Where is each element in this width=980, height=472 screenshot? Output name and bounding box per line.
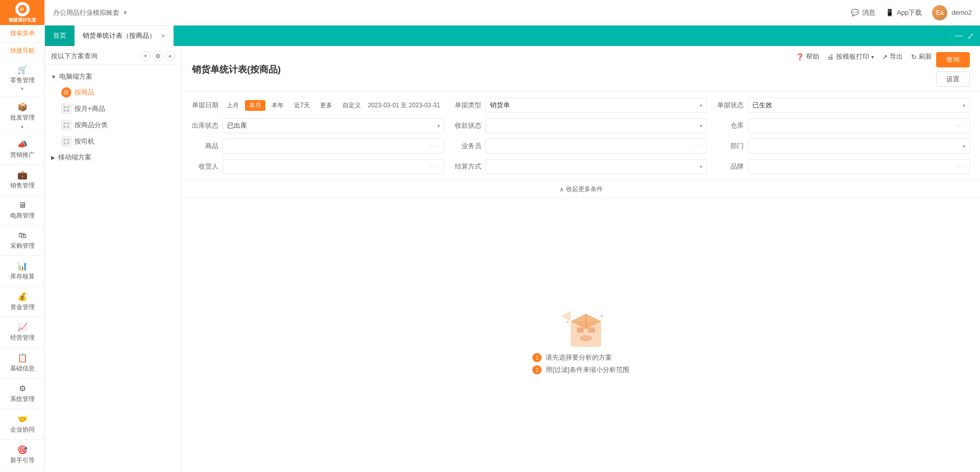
svg-rect-18 — [577, 327, 584, 333]
tab-home[interactable]: 首页 — [45, 26, 75, 46]
message-btn[interactable]: 💬 消息 — [851, 8, 875, 17]
doc-status-arrow: ▾ — [963, 103, 965, 108]
scheme-by-category-icon — [61, 120, 71, 130]
sidebar-item-wholesale[interactable]: 📦 批发管理 ▲ — [0, 97, 44, 134]
svg-rect-3 — [67, 106, 69, 108]
receiver-dots: ··· — [430, 162, 439, 171]
sales-icon: 💼 — [17, 170, 28, 180]
sidebar-item-sales[interactable]: 💼 销售管理 — [0, 165, 44, 196]
sidebar-item-guide[interactable]: 🎯 新手引导 — [0, 440, 44, 470]
sidebar-item-finance[interactable]: 💰 资金管理 — [0, 287, 44, 317]
app-download-btn[interactable]: 📱 App下载 — [886, 8, 922, 17]
settings-button[interactable]: 设置 — [936, 72, 970, 87]
goods-control[interactable]: ··· — [223, 138, 445, 154]
refresh-action[interactable]: ↻ 刷新 — [911, 52, 932, 61]
doc-type-control[interactable]: 销货单 ▾ — [485, 98, 707, 113]
date-tab-7days[interactable]: 近7天 — [290, 100, 314, 111]
tree-mobile-parent[interactable]: ▶ 移动端方案 — [45, 150, 181, 165]
sidebar-item-retail[interactable]: 🛒 零售管理 ▼ — [0, 60, 44, 97]
goods-dots: ··· — [430, 141, 439, 151]
date-tab-more[interactable]: 更多 — [316, 100, 336, 111]
sidebar-item-operations[interactable]: 📈 经营管理 — [0, 317, 44, 348]
print-action[interactable]: 🖨 按模板打印 ▾ — [827, 52, 874, 61]
scheme-by-month-product[interactable]: 按月+商品 — [45, 101, 181, 117]
sidebar-item-corp[interactable]: 🤝 企业协同 — [0, 409, 44, 440]
date-tab-this-month[interactable]: 本月 — [245, 100, 265, 111]
svg-text:好: 好 — [19, 7, 24, 12]
sidebar-item-system[interactable]: ⚙ 系统管理 — [0, 379, 44, 409]
payment-control[interactable]: ▾ — [485, 118, 707, 133]
scheme-by-cashier[interactable]: 按司机 — [45, 133, 181, 150]
scheme-by-category-label: 按商品分类 — [75, 121, 108, 130]
tree-arrow-mobile: ▶ — [51, 155, 55, 160]
sidebar-item-retail-label: 零售管理 — [10, 76, 35, 85]
help-action[interactable]: ❓ 帮助 — [796, 52, 819, 61]
page-title-bar: 销货单统计表(按商品) ❓ 帮助 🖨 按模板打印 ▾ ↗ — [182, 46, 980, 91]
quick-nav[interactable]: 快捷导航 — [0, 42, 44, 60]
settlement-control[interactable]: ▾ — [485, 159, 707, 174]
salesperson-control[interactable]: ··· — [485, 138, 707, 154]
sidebar-item-marketing[interactable]: 📣 营销推广 — [0, 134, 44, 165]
dept-control[interactable]: ▾ — [748, 138, 970, 154]
app-name: 畅捷通好生意 — [9, 17, 36, 23]
sidebar: 好 畅捷通好生意 搜索菜单 快捷导航 🛒 零售管理 ▼ 📦 批发管理 ▲ 📣 营… — [0, 0, 45, 472]
doc-status-value: 已生效 — [752, 101, 772, 110]
tree-desktop-parent[interactable]: ▼ 电脑端方案 — [45, 69, 181, 84]
filter-field-settlement: 结算方式 ▾ — [455, 159, 707, 174]
right-panel: 销货单统计表(按商品) ❓ 帮助 🖨 按模板打印 ▾ ↗ — [182, 46, 980, 472]
date-tab-custom[interactable]: 自定义 — [338, 100, 365, 111]
sidebar-item-basic[interactable]: 📋 基础信息 — [0, 348, 44, 379]
operations-icon: 📈 — [17, 322, 28, 332]
scheme-by-category[interactable]: 按商品分类 — [45, 117, 181, 133]
settings-scheme-btn[interactable]: ⚙ — [153, 51, 163, 61]
outstock-control[interactable]: 已出库 ▾ — [223, 118, 445, 133]
payment-arrow: ▾ — [700, 123, 702, 129]
export-action[interactable]: ↗ 导出 — [882, 52, 903, 61]
svg-rect-8 — [63, 126, 66, 128]
date-range-value: 2023-03-01 至 2023-03-31 — [368, 101, 440, 110]
scheme-by-product-label: 按商品 — [75, 88, 94, 97]
warehouse-control[interactable]: ··· — [748, 118, 970, 133]
filter-field-doc-status: 单据状态 已生效 ▾ — [717, 98, 970, 113]
sidebar-item-corp-label: 企业协同 — [10, 426, 35, 434]
salesperson-label: 业务员 — [455, 141, 485, 151]
workspace-dropdown-icon[interactable]: ▾ — [124, 9, 127, 16]
doc-type-label: 单据类型 — [455, 101, 485, 110]
brand-control[interactable]: ··· — [748, 159, 970, 174]
query-button[interactable]: 查询 — [936, 52, 970, 67]
collapse-panel-btn[interactable]: « — [165, 51, 175, 61]
add-scheme-btn[interactable]: + — [140, 51, 151, 61]
tab-minimize-icon[interactable]: — — [955, 31, 963, 40]
salesperson-dots: ··· — [693, 141, 702, 151]
sidebar-item-ecommerce[interactable]: 🖥 电商管理 — [0, 196, 44, 226]
outstock-value: 已出库 — [227, 121, 247, 130]
scheme-by-product[interactable]: 按 按商品 — [45, 84, 181, 101]
svg-rect-10 — [63, 138, 66, 141]
sidebar-item-purchase[interactable]: 🛍 采购管理 — [0, 226, 44, 256]
user-menu[interactable]: Ea demo2 — [932, 5, 972, 20]
warehouse-label: 仓库 — [717, 121, 748, 130]
inventory-icon: 📊 — [17, 261, 28, 271]
outstock-label: 出库状态 — [192, 121, 223, 130]
sidebar-item-inventory[interactable]: 📊 库存核算 — [0, 256, 44, 287]
sidebar-item-ecommerce-label: 电商管理 — [10, 211, 35, 220]
date-tab-this-year[interactable]: 本年 — [267, 100, 288, 111]
doc-status-control[interactable]: 已生效 ▾ — [748, 98, 970, 113]
print-label: 按模板打印 — [836, 52, 869, 61]
search-menu[interactable]: 搜索菜单 — [0, 25, 44, 42]
receiver-control[interactable]: ··· — [223, 159, 445, 174]
tree-mobile-label: 移动端方案 — [58, 153, 91, 162]
collapse-conditions-bar[interactable]: ∧ 收起更多条件 — [182, 181, 980, 198]
sidebar-item-basic-label: 基础信息 — [10, 364, 35, 373]
header-right: 💬 消息 📱 App下载 Ea demo2 — [851, 5, 972, 20]
help-icon: ❓ — [796, 53, 804, 61]
tab-close-icon[interactable]: ✕ — [161, 33, 165, 39]
empty-state: ✦ ✦ ✦ 1 请先选择要分析的方案 2 用[过滤]条件来缩小分析范围 — [182, 198, 980, 472]
warehouse-dots: ··· — [955, 121, 965, 130]
scheme-by-month-label: 按月+商品 — [75, 104, 105, 113]
page-title: 销货单统计表(按商品) — [192, 63, 281, 76]
tab-sales-stats[interactable]: 销货单统计表（按商品） ✕ — [75, 26, 174, 46]
tab-maximize-icon[interactable]: ⤢ — [967, 31, 974, 41]
filter-row-3: 商品 ··· 业务员 ··· — [192, 138, 970, 154]
date-tab-prev-month[interactable]: 上月 — [223, 100, 243, 111]
